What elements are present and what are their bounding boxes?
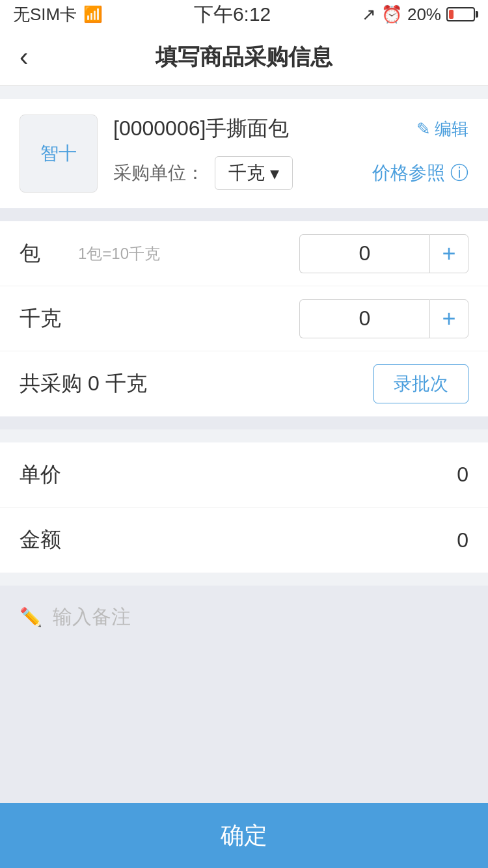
product-name-row: [0000006]手撕面包 ✎ 编辑 [113, 115, 468, 143]
battery-percent: 20% [407, 5, 441, 25]
help-icon: ⓘ [450, 161, 468, 185]
price-section: 单价 0 金额 0 [0, 442, 488, 573]
chevron-down-icon: ▾ [270, 163, 279, 184]
unit-price-label: 单价 [20, 461, 61, 489]
amount-row: 金额 0 [0, 508, 488, 573]
amount-value: 0 [457, 528, 468, 552]
bag-sublabel: 1包=10千克 [78, 243, 160, 264]
carrier-label: 无SIM卡 [13, 3, 77, 26]
unit-price-value: 0 [457, 463, 468, 487]
total-row: 共采购 0 千克 录批次 [0, 351, 488, 416]
back-button[interactable]: ‹ [20, 42, 59, 72]
section-divider-2 [0, 416, 488, 429]
alarm-icon: ⏰ [381, 5, 402, 25]
product-thumbnail: 智十 [20, 115, 98, 193]
amount-label: 金额 [20, 526, 61, 554]
edit-button[interactable]: ✎ 编辑 [416, 118, 468, 141]
remarks-placeholder: 输入备注 [53, 604, 131, 631]
page-title: 填写商品采购信息 [156, 42, 332, 72]
kg-plus-button[interactable]: + [429, 299, 468, 338]
wifi-icon: 📶 [83, 5, 103, 23]
input-section: 包 1包=10千克 + 千克 + [0, 221, 488, 351]
bag-plus-button[interactable]: + [429, 234, 468, 273]
status-right: ↗ ⏰ 20% [362, 5, 475, 25]
kg-label: 千克 [20, 305, 72, 333]
product-card: 智十 [0000006]手撕面包 ✎ 编辑 采购单位： 千克 ▾ 价格参照 ⓘ [0, 99, 488, 208]
unit-price-row: 单价 0 [0, 442, 488, 508]
confirm-button[interactable]: 确定 [0, 803, 488, 868]
bag-input-row: 包 1包=10千克 + [0, 221, 488, 286]
location-icon: ↗ [362, 5, 376, 25]
product-name: [0000006]手撕面包 [113, 115, 289, 143]
product-info: [0000006]手撕面包 ✎ 编辑 采购单位： 千克 ▾ 价格参照 ⓘ [113, 115, 468, 190]
time-display: 下午6:12 [194, 1, 271, 28]
unit-label: 采购单位： [113, 161, 204, 185]
kg-input-row: 千克 + [0, 286, 488, 351]
batch-button[interactable]: 录批次 [373, 364, 468, 403]
bag-quantity-input[interactable] [299, 234, 429, 273]
total-label: 共采购 0 千克 [20, 370, 147, 398]
status-bar: 无SIM卡 📶 下午6:12 ↗ ⏰ 20% [0, 0, 488, 29]
edit-icon: ✎ [416, 119, 431, 139]
bag-label: 包 [20, 239, 72, 268]
remarks-section[interactable]: ✏️ 输入备注 [0, 586, 488, 649]
price-ref-button[interactable]: 价格参照 ⓘ [372, 161, 468, 185]
status-left: 无SIM卡 📶 [13, 3, 103, 26]
battery-icon [446, 7, 475, 21]
section-divider-1 [0, 208, 488, 221]
kg-input-wrap: + [299, 299, 468, 338]
unit-select[interactable]: 千克 ▾ [215, 156, 293, 190]
pencil-icon: ✏️ [20, 606, 42, 628]
kg-quantity-input[interactable] [299, 299, 429, 338]
purchase-unit-row: 采购单位： 千克 ▾ 价格参照 ⓘ [113, 156, 468, 190]
nav-bar: ‹ 填写商品采购信息 [0, 29, 488, 86]
bag-input-wrap: + [299, 234, 468, 273]
